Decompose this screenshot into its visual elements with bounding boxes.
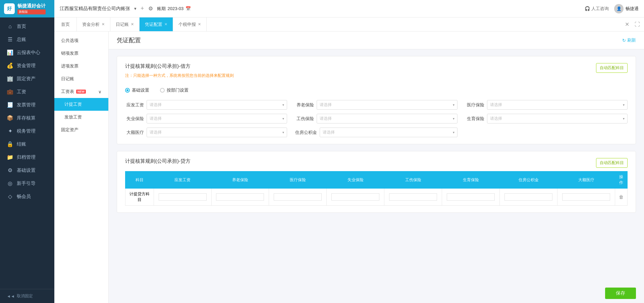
- input-sybx2[interactable]: [447, 193, 495, 201]
- tab-voucher-config-close[interactable]: ✕: [164, 22, 167, 27]
- archive-icon: 📁: [7, 154, 13, 160]
- sidebar-label-fixed-assets: 固定资产: [17, 76, 36, 82]
- select-ylbx2[interactable]: 请选择 ▾: [487, 100, 628, 110]
- input-gsbx[interactable]: [389, 193, 437, 201]
- content-wrap: 公共选项 销项发票 进项发票 日记账 工资表 NEW ∨ 计提工资: [54, 32, 644, 303]
- debit-auto-match-button[interactable]: 自动匹配科目: [596, 63, 628, 73]
- sidebar-item-closing[interactable]: 🔒 结账: [0, 138, 54, 151]
- sidebar-item-salary[interactable]: 💼 工资: [0, 85, 54, 98]
- input-ylbx[interactable]: [216, 193, 264, 201]
- input-ylbx2[interactable]: [274, 193, 322, 201]
- bottom-spacer: [117, 219, 636, 240]
- radio-basic[interactable]: 基础设置: [125, 87, 149, 93]
- input-zfgjj[interactable]: [504, 193, 552, 201]
- sidebar-item-settings[interactable]: ⚙ 基础设置: [0, 164, 54, 177]
- select-gsbx-placeholder: 请选择: [320, 116, 332, 121]
- guide-icon: ◎: [7, 180, 13, 187]
- th-sybx2: 生育保险: [442, 171, 500, 189]
- select-sybx2[interactable]: 请选择 ▾: [487, 114, 628, 123]
- select-ylbx[interactable]: 请选择 ▾: [317, 100, 457, 110]
- sidebar-label-inventory: 库存核算: [17, 115, 36, 121]
- sidebar-item-guide[interactable]: ◎ 新手引导: [0, 177, 54, 190]
- company-dropdown-icon[interactable]: ▾: [134, 6, 137, 11]
- left-menu-journal[interactable]: 日记账: [54, 72, 108, 85]
- radio-dept[interactable]: 按部门设置: [160, 87, 189, 93]
- sidebar-item-tax[interactable]: ✦ 税务管理: [0, 124, 54, 138]
- period-settings-icon[interactable]: ⚙: [148, 5, 153, 12]
- sidebar-item-inventory[interactable]: 📦 库存核算: [0, 111, 54, 124]
- tab-journal-label: 日记账: [116, 21, 129, 28]
- tab-voucher-config[interactable]: 凭证配置 ✕: [140, 17, 173, 31]
- label-ylbx2: 医疗保险: [466, 102, 484, 108]
- tab-journal-close[interactable]: ✕: [131, 22, 134, 27]
- tab-tax-return-close[interactable]: ✕: [198, 22, 201, 27]
- credit-table: 科目 应发工资 养老保险 医疗保险 失业保险 工伤保险 生育保险 住房公积金 大…: [125, 171, 628, 206]
- left-menu-purchase-invoice[interactable]: 进项发票: [54, 60, 108, 72]
- sidebar-item-ledger[interactable]: ☰ 总账: [0, 33, 54, 46]
- select-sybx[interactable]: 请选择 ▾: [147, 114, 287, 123]
- select-zfgjj[interactable]: 请选择 ▾: [320, 128, 457, 137]
- label-gsbx: 工伤保险: [295, 116, 314, 122]
- close-tab-button[interactable]: ✕: [624, 20, 631, 29]
- select-gsbx[interactable]: 请选择 ▾: [317, 114, 457, 123]
- th-yfgz: 应发工资: [154, 171, 211, 189]
- sidebar-item-fixed-assets[interactable]: 🏢 固定资产: [0, 72, 54, 85]
- field-ylbx2: 医疗保险 请选择 ▾: [466, 100, 628, 110]
- cancel-pin-button[interactable]: ◄◄ 取消固定: [0, 289, 54, 303]
- sidebar-item-home[interactable]: ⌂ 首页: [0, 20, 54, 33]
- tab-tax-return[interactable]: 个税申报 ✕: [173, 17, 207, 31]
- debit-form-grid: 应发工资 请选择 ▾ 养老保险 请选择 ▾: [125, 100, 628, 137]
- fixed-assets-icon: 🏢: [7, 75, 13, 82]
- content-body: 计提核算规则(公司承担)-借方 注：只能选择一种方式，系统将按照您当前的选择来配…: [109, 49, 644, 246]
- input-yfgz[interactable]: [159, 193, 207, 201]
- input-sybx[interactable]: [331, 193, 379, 201]
- payroll-expand-icon: ∨: [98, 89, 102, 94]
- left-menu-payroll-issue[interactable]: 发放工资: [54, 111, 108, 123]
- sidebar-item-funds[interactable]: 💰 资金管理: [0, 59, 54, 72]
- app-logo-icon: 好: [4, 3, 15, 14]
- label-dayl: 大额医疗: [125, 130, 144, 136]
- user-menu[interactable]: 👤 畅捷通: [614, 4, 639, 13]
- tab-funds-analysis[interactable]: 资金分析 ✕: [77, 17, 110, 31]
- tab-home[interactable]: 首页: [54, 17, 77, 31]
- left-menu-payroll-accrual[interactable]: 计提工资: [54, 98, 108, 111]
- debit-section-header: 计提核算规则(公司承担)-借方 注：只能选择一种方式，系统将按照您当前的选择来配…: [125, 63, 628, 84]
- tab-voucher-config-label: 凭证配置: [145, 21, 162, 28]
- left-menu-payroll-table[interactable]: 工资表 NEW ∨: [54, 85, 108, 98]
- delete-row-button[interactable]: 🗑: [619, 194, 624, 200]
- sidebar-item-archive[interactable]: 📁 归档管理: [0, 151, 54, 164]
- invoice-icon: 🧾: [7, 102, 13, 108]
- expand-tab-button[interactable]: ⛶: [633, 20, 641, 29]
- input-dayl[interactable]: [562, 193, 610, 201]
- add-company-button[interactable]: +: [141, 5, 144, 12]
- select-sybx2-placeholder: 请选择: [490, 116, 502, 121]
- select-yfgz[interactable]: 请选择 ▾: [147, 100, 287, 110]
- left-menu-fixed-assets-label: 固定资产: [61, 127, 78, 133]
- save-button[interactable]: 保存: [605, 288, 636, 299]
- credit-auto-match-button[interactable]: 自动匹配科目: [596, 158, 628, 168]
- td-op: 🗑: [615, 189, 628, 206]
- left-menu-sales-invoice[interactable]: 销项发票: [54, 47, 108, 60]
- field-dayl: 大额医疗 请选择 ▾: [125, 128, 287, 137]
- left-menu-public[interactable]: 公共选项: [54, 34, 108, 47]
- td-sybx: [327, 189, 384, 206]
- label-sybx: 失业保险: [125, 116, 144, 122]
- calendar-icon[interactable]: 📅: [185, 6, 191, 11]
- period-value: 2023-03: [168, 6, 184, 11]
- service-button[interactable]: 🎧 人工咨询: [585, 6, 609, 12]
- left-menu-fixed-assets[interactable]: 固定资产: [54, 123, 108, 136]
- refresh-button[interactable]: ↻ 刷新: [622, 37, 636, 43]
- pin-icon: ◄◄: [7, 294, 15, 299]
- th-dayl: 大额医疗: [557, 171, 615, 189]
- version-badge: 旗舰版: [17, 9, 46, 14]
- th-ylbx: 养老保险: [211, 171, 269, 189]
- sidebar-item-invoice[interactable]: 🧾 发票管理: [0, 98, 54, 111]
- debit-section-title-block: 计提核算规则(公司承担)-借方 注：只能选择一种方式，系统将按照您当前的选择来配…: [125, 63, 234, 84]
- sidebar-item-reports[interactable]: 📊 云报表中心: [0, 46, 54, 59]
- topbar-right: 🎧 人工咨询 👤 畅捷通: [585, 4, 639, 13]
- tab-funds-analysis-close[interactable]: ✕: [102, 22, 105, 27]
- select-yfgz-placeholder: 请选择: [150, 102, 162, 108]
- select-dayl[interactable]: 请选择 ▾: [147, 128, 287, 137]
- sidebar-item-member[interactable]: ◇ 畅会员: [0, 190, 54, 203]
- tab-journal[interactable]: 日记账 ✕: [110, 17, 140, 31]
